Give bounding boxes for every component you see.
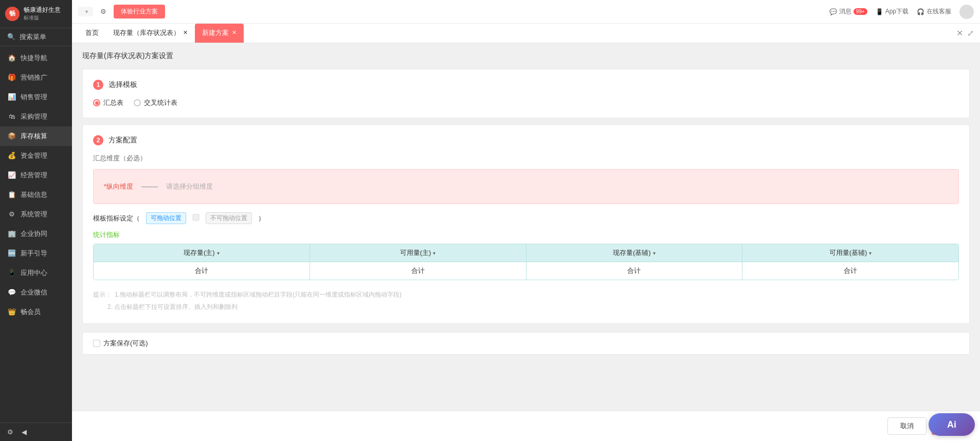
sidebar-item-label: 采购管理 bbox=[21, 112, 47, 121]
footer-bar: 取消 查询 bbox=[72, 411, 980, 441]
sidebar-item-finance[interactable]: 💰 资金管理 bbox=[0, 146, 72, 166]
indicator-separator bbox=[192, 214, 199, 223]
sidebar-item-label: 经营管理 bbox=[21, 171, 47, 180]
main-area: ▾ ⚙ 体验行业方案 💬 消息 99+ 📱 App下载 🎧 在线客服 首页 bbox=[72, 0, 980, 441]
stat-col-1-label: 可用量(主) bbox=[400, 248, 431, 258]
tab-inventory-status[interactable]: 现存量（库存状况表） ✕ bbox=[106, 24, 195, 43]
stat-table-header: 现存量(主) ▾ 可用量(主) ▾ 现存量(基辅) ▾ bbox=[94, 244, 958, 262]
message-label: 消息 bbox=[839, 7, 851, 16]
indicator-row-label: 模板指标设定（ bbox=[93, 214, 140, 223]
collapse-icon[interactable]: ◀ bbox=[22, 428, 27, 436]
tip-2-text: 2. 点击标题栏下拉可设置排序、插入列和删除列 bbox=[107, 301, 238, 313]
dimension-arrow: —— bbox=[141, 182, 158, 191]
sidebar-item-purchase[interactable]: 🛍 采购管理 bbox=[0, 107, 72, 126]
stat-col-0: 现存量(主) ▾ bbox=[94, 244, 310, 262]
stat-section-title: 统计指标 bbox=[93, 230, 959, 240]
tab-close-all-icon[interactable]: ✕ bbox=[956, 28, 963, 38]
stat-header-cell-2[interactable]: 现存量(基辅) ▾ bbox=[527, 244, 742, 262]
topbar-right: 💬 消息 99+ 📱 App下载 🎧 在线客服 bbox=[829, 5, 974, 19]
tab-fullscreen-icon[interactable]: ⤢ bbox=[967, 28, 974, 38]
stat-header-cell-3[interactable]: 可用量(基辅) ▾ bbox=[742, 244, 958, 262]
step2-badge: 2 bbox=[93, 135, 103, 145]
sidebar-item-label: 营销推广 bbox=[21, 73, 47, 82]
app-download-item[interactable]: 📱 App下载 bbox=[876, 7, 909, 16]
stat-col-3-chevron[interactable]: ▾ bbox=[869, 250, 872, 256]
message-item[interactable]: 💬 消息 99+ bbox=[829, 7, 867, 16]
stat-header-cell-0[interactable]: 现存量(主) ▾ bbox=[94, 244, 310, 262]
ai-fab-button[interactable]: Ai bbox=[929, 413, 975, 436]
save-option-row: 方案保存(可选) bbox=[82, 332, 970, 355]
sales-icon: 📊 bbox=[7, 93, 16, 102]
radio-summary[interactable]: 汇总表 bbox=[93, 98, 123, 107]
settings-footer-icon[interactable]: ⚙ bbox=[7, 428, 13, 436]
sidebar: 畅 畅康通好生意 标准版 🔍 搜索菜单 🏠 快捷导航 🎁 营销推广 📊 销售管理… bbox=[0, 0, 72, 441]
sidebar-item-enterprise[interactable]: 🏢 企业协同 bbox=[0, 224, 72, 244]
basic-info-icon: 📋 bbox=[7, 190, 16, 199]
stat-col-0-label: 现存量(主) bbox=[184, 248, 215, 258]
sidebar-nav: 🏠 快捷导航 🎁 营销推广 📊 销售管理 🛍 采购管理 📦 库存核算 💰 资金管… bbox=[0, 46, 72, 422]
topbar-dropdown-icon[interactable]: ▾ bbox=[85, 9, 88, 14]
stat-col-1-chevron[interactable]: ▾ bbox=[433, 250, 435, 256]
user-avatar[interactable] bbox=[959, 5, 974, 19]
enterprise-icon: 🏢 bbox=[7, 229, 16, 238]
step2-header: 2 方案配置 bbox=[93, 135, 959, 145]
unmovable-tag: 不可拖动位置 bbox=[206, 212, 252, 224]
radio-cross[interactable]: 交叉统计表 bbox=[134, 98, 177, 107]
sidebar-item-marketing[interactable]: 🎁 营销推广 bbox=[0, 68, 72, 87]
member-icon: 👑 bbox=[7, 307, 16, 317]
message-icon: 💬 bbox=[829, 8, 837, 15]
sidebar-item-operation[interactable]: 📈 经营管理 bbox=[0, 166, 72, 185]
tab-inventory-label: 现存量（库存状况表） bbox=[113, 28, 180, 38]
search-icon: 🔍 bbox=[7, 33, 15, 41]
tab-new-plan[interactable]: 新建方案 ✕ bbox=[195, 24, 244, 43]
sidebar-item-label: 企业微信 bbox=[21, 288, 47, 297]
stat-col-2-chevron[interactable]: ▾ bbox=[653, 250, 656, 256]
tips-section: 提示： 1.拖动标题栏可以调整布局，不可跨维度或指标区域拖动栏目字段(只能在同一… bbox=[93, 288, 959, 313]
page-title: 现存量(库存状况表)方案设置 bbox=[82, 51, 970, 61]
stat-body-col-0: 合计 bbox=[94, 262, 310, 280]
tab-home-label: 首页 bbox=[85, 28, 99, 38]
trial-btn[interactable]: 体验行业方案 bbox=[114, 5, 165, 19]
sidebar-item-quick-nav[interactable]: 🏠 快捷导航 bbox=[0, 48, 72, 68]
tab-new-plan-label: 新建方案 bbox=[202, 28, 229, 38]
sidebar-item-wechat[interactable]: 💬 企业微信 bbox=[0, 283, 72, 302]
purchase-icon: 🛍 bbox=[7, 112, 16, 121]
tip-1-text: 1.拖动标题栏可以调整布局，不可跨维度或指标区域拖动栏目字段(只能在同一维度或指… bbox=[115, 288, 402, 301]
online-service-label: 在线客服 bbox=[927, 7, 951, 16]
stat-header-cell-1[interactable]: 可用量(主) ▾ bbox=[310, 244, 526, 262]
sidebar-item-label: 畅会员 bbox=[21, 307, 41, 317]
ai-fab-label: Ai bbox=[947, 419, 956, 430]
tab-inventory-close[interactable]: ✕ bbox=[183, 29, 188, 36]
sidebar-item-member[interactable]: 👑 畅会员 bbox=[0, 302, 72, 322]
stat-body-col-2: 合计 bbox=[527, 262, 743, 280]
sidebar-item-newcomer[interactable]: 🆕 新手引导 bbox=[0, 244, 72, 263]
save-option-label: 方案保存(可选) bbox=[103, 339, 148, 348]
cancel-button[interactable]: 取消 bbox=[887, 417, 927, 435]
stat-col-3: 可用量(基辅) ▾ bbox=[742, 244, 958, 262]
tab-home[interactable]: 首页 bbox=[78, 24, 106, 43]
sidebar-item-sales[interactable]: 📊 销售管理 bbox=[0, 87, 72, 107]
headset-icon: 🎧 bbox=[917, 8, 924, 15]
stat-col-0-chevron[interactable]: ▾ bbox=[217, 250, 220, 256]
sidebar-item-basic-info[interactable]: 📋 基础信息 bbox=[0, 185, 72, 205]
sidebar-item-label: 系统管理 bbox=[21, 210, 47, 219]
sidebar-item-inventory[interactable]: 📦 库存核算 bbox=[0, 126, 72, 146]
stat-col-3-label: 可用量(基辅) bbox=[829, 248, 867, 258]
sidebar-item-app-center[interactable]: 📱 应用中心 bbox=[0, 263, 72, 283]
topbar-settings-btn[interactable]: ⚙ bbox=[96, 5, 111, 19]
tip-title: 提示： bbox=[93, 288, 112, 301]
stat-col-2-label: 现存量(基辅) bbox=[613, 248, 651, 258]
stat-body-col-1: 合计 bbox=[310, 262, 527, 280]
tab-new-plan-close[interactable]: ✕ bbox=[232, 29, 237, 36]
step1-header: 1 选择模板 bbox=[93, 80, 959, 90]
sidebar-item-label: 应用中心 bbox=[21, 268, 47, 278]
quick-nav-icon: 🏠 bbox=[7, 53, 16, 63]
tip-item-2: 2. 点击标题栏下拉可设置排序、插入列和删除列 bbox=[93, 301, 959, 313]
save-checkbox[interactable] bbox=[93, 340, 100, 347]
online-service-item[interactable]: 🎧 在线客服 bbox=[917, 7, 951, 16]
sidebar-search[interactable]: 🔍 搜索菜单 bbox=[0, 28, 72, 46]
sidebar-item-label: 企业协同 bbox=[21, 229, 47, 238]
radio-cross-label: 交叉统计表 bbox=[144, 98, 177, 107]
sidebar-item-system[interactable]: ⚙ 系统管理 bbox=[0, 205, 72, 224]
dimension-selector-box[interactable]: *纵向维度 —— 请选择分组维度 bbox=[93, 169, 959, 204]
